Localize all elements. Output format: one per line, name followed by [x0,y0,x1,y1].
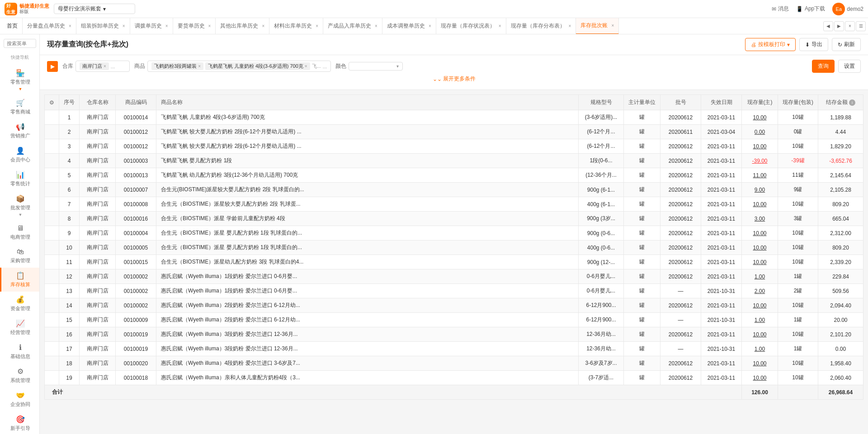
tab-batch-voucher[interactable]: 库存批次账 × [576,18,619,34]
sidebar-item-wholesale-mgmt[interactable]: 📦 批发管理 ▼ [0,191,39,221]
row-stock-main[interactable]: 10.00 [742,327,778,342]
row-stock-main[interactable]: 10.00 [742,356,778,371]
sidebar-item-marketing[interactable]: 📢 营销推广 [0,119,39,143]
nav-menu-btn[interactable]: ☰ [856,21,866,31]
row-code: 00100007 [116,183,156,197]
warehouse-tag-more[interactable]: ... [111,64,115,69]
tab-close-icon[interactable]: × [316,24,318,28]
print-template-btn[interactable]: 🖨 按模板打印 ▾ [745,38,796,51]
export-btn[interactable]: ⬇ 导出 [799,38,828,51]
tab-require-history[interactable]: 要货单历史 × [173,18,216,34]
tab-close-icon[interactable]: × [611,23,614,28]
tab-mix-history[interactable]: 调拨单历史 × [130,18,173,34]
tab-cost-adjust-history[interactable]: 成本调整单历史 × [382,18,436,34]
tab-close-icon[interactable]: × [69,24,71,28]
refresh-btn[interactable]: ↻ 刷新 [832,38,861,51]
tab-close-icon[interactable]: × [499,24,501,28]
sidebar-item-purchase[interactable]: 🛍 采购管理 [0,244,39,268]
sidebar-item-inventory-check[interactable]: 📋 库存核算 [0,268,39,292]
tab-material-out-history[interactable]: 材料出库单历史 × [269,18,323,34]
nav-prev-btn[interactable]: ◀ [823,21,833,31]
sidebar-item-system[interactable]: ⚙ 系统管理 [0,363,39,387]
row-amount: 2,101.20 [818,327,863,342]
table-row: 7 南岸门店 00100008 合生元（BIOSTIME）派星较大婴儿配方奶粉 … [45,197,863,212]
row-stock-main[interactable]: 10.00 [742,298,778,313]
row-batch: 20200612 [660,327,701,342]
user-info[interactable]: Ea demo2 [832,3,863,15]
system-icon: ⚙ [17,367,24,376]
message-icon: ✉ [772,6,776,12]
row-stock-main[interactable]: 10.00 [742,241,778,255]
product-tags-box[interactable]: 飞鹤奶粉3段两罐装 × 飞鹤星飞帆 儿童奶粉 4段(3-6岁适用) 700克 ×… [147,61,331,72]
tab-stock-dist[interactable]: 现存量（库存分布表） × [506,18,576,34]
sidebar-item-retail-mgmt[interactable]: 🏪 零售管理 ▼ [0,65,39,95]
row-stock-main[interactable]: 9.00 [742,183,778,197]
row-spec: 400g (6-1... [579,197,624,212]
product-dots[interactable]: ... [323,64,327,69]
tab-close-icon[interactable]: × [569,24,571,28]
settings-icon[interactable]: ⚙ [49,99,54,106]
row-stock-main[interactable]: 10.00 [742,197,778,212]
table-footer: 合计 126.00 26,968.64 [45,385,863,400]
tab-close-icon[interactable]: × [375,24,377,28]
row-stock-main[interactable]: 0.00 [742,125,778,139]
row-amount: 809.20 [818,241,863,255]
sidebar-item-new-guide[interactable]: 🎯 新手引导 [0,411,39,434]
product-tag-1-close-icon[interactable]: × [198,64,201,69]
row-stock-main[interactable]: 2.00 [742,284,778,298]
sidebar-item-enterprise-collab[interactable]: 🤝 企业协同 [0,387,39,411]
nav-close-all-btn[interactable]: × [845,21,855,31]
tab-close-icon[interactable]: × [262,24,264,28]
app-download-btn[interactable]: 📱 App下载 [796,5,825,13]
row-stock-main[interactable]: 3.00 [742,212,778,226]
row-stock-main[interactable]: 10.00 [742,226,778,241]
product-filter: 商品 飞鹤奶粉3段两罐装 × 飞鹤星飞帆 儿童奶粉 4段(3-6岁适用) 700… [134,61,331,72]
expand-more-btn[interactable]: ⌄⌄ 展开更多条件 [47,73,861,85]
row-expiry: 2021-03-11 [701,298,742,313]
warehouse-tag-close-icon[interactable]: × [104,64,106,69]
tab-home[interactable]: 首页 [2,18,23,34]
tab-stock-status[interactable]: 现存量（库存状况表） × [436,18,506,34]
nav-next-btn[interactable]: ▶ [834,21,844,31]
filter-expand-btn[interactable]: ▶ [47,61,58,72]
amount-info-icon[interactable]: i [849,99,855,106]
tab-close-icon[interactable]: × [123,24,125,28]
tab-product-in-history[interactable]: 产成品入库单历史 × [323,18,382,34]
refresh-label: 刷新 [844,41,855,48]
row-stock-main[interactable]: 10.00 [742,255,778,269]
row-stock-main[interactable]: 10.00 [742,139,778,154]
sidebar-item-operations[interactable]: 📈 经营管理 [0,316,39,340]
sidebar-item-retail-store[interactable]: 🛒 零售商城 [0,95,39,119]
color-box[interactable]: ▾ [349,62,403,71]
color-chevron-icon: ▾ [396,64,399,69]
query-btn[interactable]: 查询 [812,60,835,73]
row-stock-main[interactable]: 10.00 [742,371,778,385]
tab-disassemble-history[interactable]: 组装拆卸单历史 × [76,18,130,34]
product-tag-2-close-icon[interactable]: × [305,64,307,69]
settings-btn[interactable]: 设置 [838,60,861,73]
message-btn[interactable]: ✉ 消息 [772,5,789,13]
row-stock-main[interactable]: 10.00 [742,110,778,125]
row-stock-main[interactable]: -39.00 [742,154,778,168]
sidebar-item-ecommerce[interactable]: 🖥 电商管理 [0,221,39,244]
warehouse-tags-box[interactable]: 南岸门店 × ... [75,61,130,72]
tab-other-out-history[interactable]: 其他出库单历史 × [216,18,269,34]
tab-split-inventory-history[interactable]: 分量盘点单历史 × [23,18,76,34]
tab-close-icon[interactable]: × [208,24,211,28]
sidebar-item-finance[interactable]: 💰 资金管理 [0,292,39,316]
sidebar-item-member-center[interactable]: 👤 会员中心 [0,143,39,167]
row-stock-main[interactable]: 1.00 [742,342,778,356]
row-warehouse: 南岸门店 [80,125,116,139]
tab-close-icon[interactable]: × [429,24,431,28]
sidebar-item-basic-info[interactable]: ℹ 基础信息 [0,340,39,363]
sidebar-item-retail-stats[interactable]: 📊 零售统计 [0,167,39,191]
settings-label: 设置 [844,62,855,70]
row-stock-main[interactable]: 11.00 [742,168,778,183]
row-stock-main[interactable]: 1.00 [742,269,778,284]
row-stock-main[interactable]: 1.00 [742,313,778,327]
row-batch: — [660,313,701,327]
row-stock-pkg: 10罐 [778,298,818,313]
search-input[interactable] [4,39,36,48]
workspace-select[interactable]: 母婴行业演示账套 ▾ [54,4,135,14]
tab-close-icon[interactable]: × [165,24,168,28]
